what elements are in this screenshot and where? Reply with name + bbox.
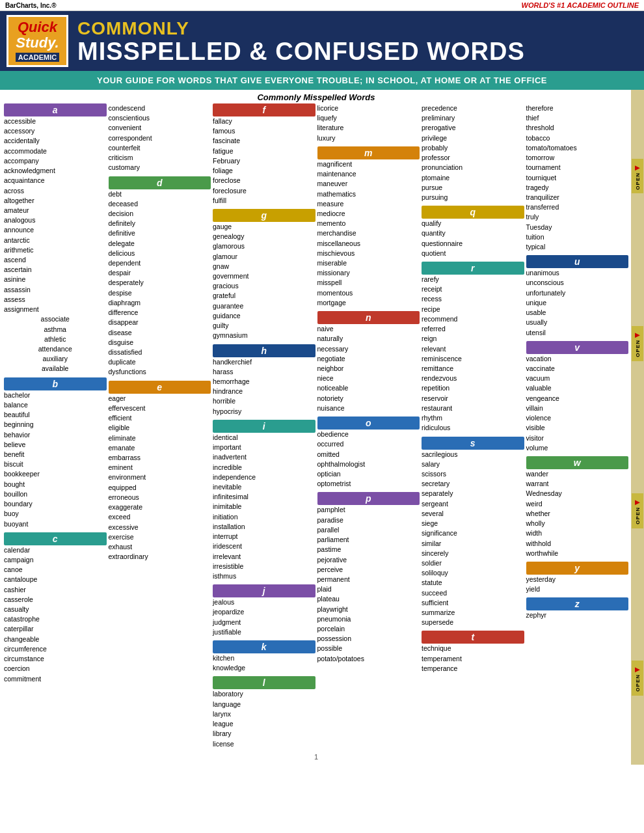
word-item: attendance [4,344,107,354]
word-item: embarrass [109,453,211,463]
letter-k-header: k [213,640,315,653]
word-item: asthma [4,325,107,335]
word-item: bouillon [4,489,107,499]
word-item: pursue [422,183,524,193]
word-item: soliloquy [422,568,524,578]
word-item: guidance [213,311,315,321]
word-item: boundary [4,499,107,509]
section-g: g gauge genealogy glamorous glamour gnaw… [213,209,315,341]
word-list-u: unanimous unconscious unfortunately uniq… [526,268,629,338]
word-item: ptomaine [422,173,524,183]
word-item: fatigue [213,146,315,156]
word-list-c: calendar campaign canoe cantaloupe cashi… [4,545,107,684]
word-item: valuable [526,383,629,393]
tab-open-2[interactable]: ► OPEN [632,326,643,361]
word-item: behavior [4,430,107,440]
word-item: prerogative [422,123,524,133]
word-item: exceed [109,512,211,522]
word-list-g: gauge genealogy glamorous glamour gnaw g… [213,222,315,341]
word-item: reservoir [422,394,524,403]
word-item: environment [109,472,211,482]
letter-d-header: d [109,176,211,189]
word-item: assassin [4,285,107,295]
arrow-icon-1: ► [634,163,642,172]
word-item: sacrilegious [422,450,524,459]
word-item: unanimous [526,268,629,278]
word-item: casualty [4,605,107,614]
section-o: o obedience occurred omitted ophthalmolo… [317,416,420,489]
word-item: statute [422,578,524,588]
section-b: b bachelor balance beautiful beginning b… [4,377,107,529]
tab-open-4[interactable]: ► OPEN [632,661,643,696]
word-item: important [213,443,315,452]
word-item: necessary [317,344,420,354]
word-item: naive [317,324,420,334]
word-item: foreclose [213,176,315,185]
word-item: iridescent [213,541,315,551]
logo-quick: Quick [12,20,62,35]
word-item: dependent [109,258,211,268]
word-item: exercise [109,532,211,542]
right-sidebar: ► OPEN ► OPEN ► OPEN ► OPEN [631,90,644,765]
word-item: harass [213,367,315,377]
arrow-icon-2: ► [634,330,642,340]
word-item: yesterday [526,575,629,584]
word-item: fascinate [213,136,315,146]
word-item: calendar [4,545,107,555]
letter-e-header: e [109,381,211,394]
word-item: tragedy [526,183,629,193]
tab-open-3[interactable]: ► OPEN [632,493,643,528]
word-item: vacuum [526,374,629,383]
word-item: definitive [109,228,211,238]
word-item: literature [317,123,420,133]
word-item: secretary [422,479,524,489]
word-list-o: obedience occurred omitted ophthalmologi… [317,430,420,489]
section-e: e eager effervescent efficient eligible … [109,381,211,562]
word-item: plateau [317,594,420,604]
letter-u-header: u [526,255,629,268]
word-item: erroneous [109,493,211,502]
word-item: scissors [422,469,524,479]
word-item: assess [4,295,107,305]
word-item: exhaust [109,542,211,552]
word-item: identical [213,433,315,443]
word-item: tuition [526,232,629,242]
word-item: parallel [317,525,420,535]
word-item: recess [422,294,524,304]
word-item: customary [109,163,211,172]
word-item: siege [422,519,524,528]
letter-s-header: s [422,437,524,450]
word-item: possible [317,644,420,653]
section-r: r rarefy receipt recess recipe recommend… [422,262,524,433]
tab-open-1[interactable]: ► OPEN [632,159,643,194]
word-item: accessory [4,126,107,136]
section-q: q qualify quantity questionnaire quotien… [422,206,524,258]
word-item: zephyr [526,610,629,620]
word-item: commitment [4,674,107,684]
word-item: sufficient [422,598,524,608]
word-item: eminent [109,463,211,472]
main-content: Commonly Misspelled Words a accessible a… [0,90,631,765]
word-item: justifiable [213,627,315,637]
word-item: rendezvous [422,374,524,383]
word-item: visitor [526,433,629,443]
word-item: Wednesday [526,489,629,498]
section-title: Commonly Misspelled Words [4,92,628,103]
word-item: initiation [213,512,315,522]
word-item: foliage [213,166,315,176]
word-item: duplicate [109,357,211,367]
header-title: COMMONLY MISSPELLED & CONFUSED WORDS [68,18,637,64]
word-list-q: qualify quantity questionnaire quotient [422,219,524,258]
word-item: gracious [213,281,315,291]
word-item: mathematics [317,189,420,199]
word-item: gauge [213,222,315,232]
logo-box: Quick Study. ACADEMIC [7,15,68,67]
word-item: despair [109,268,211,278]
word-item: magnificent [317,159,420,169]
word-list-d: debt deceased decision definitely defini… [109,189,211,377]
word-item: eliminate [109,433,211,443]
word-item: potato/potatoes [317,654,420,664]
tagline-bold: WORLD'S #1 [522,1,565,9]
word-item: analogous [4,215,107,225]
letter-t-header: t [422,631,524,644]
